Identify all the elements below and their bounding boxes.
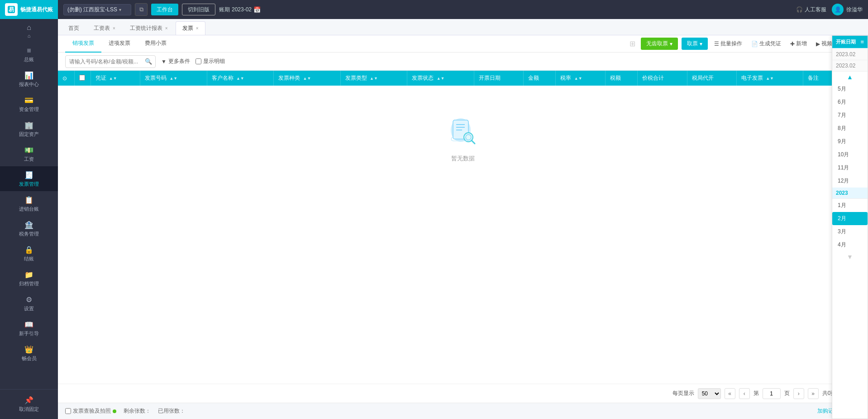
sidebar-item-ledger[interactable]: ≡ 总账 [0, 42, 58, 67]
batch-ops-btn[interactable]: ☰ 批量操作 [711, 38, 745, 49]
months-2023-container: 1月2月3月4月 [832, 199, 868, 251]
date-item-2022-11月[interactable]: 11月 [832, 161, 868, 174]
tab-home[interactable]: 首页 [62, 21, 86, 35]
copy-button[interactable]: ⧉ [135, 3, 148, 16]
ledger-icon: ≡ [27, 47, 31, 55]
customer-service-btn[interactable]: 🎧 人工客服 [796, 6, 826, 14]
empty-illustration [445, 113, 481, 149]
sidebar-item-member[interactable]: 👑 畅会员 [0, 341, 58, 366]
tab-salary-stats-close[interactable]: × [165, 26, 168, 31]
date-item-2023-2月[interactable]: 2月 [832, 212, 868, 225]
sidebar-item-archive[interactable]: 📁 归档管理 [0, 266, 58, 291]
sidebar-bottom: 📌 取消固定 [0, 389, 58, 419]
svg-text:易: 易 [9, 6, 14, 13]
th-tax-rate[interactable]: 税率 ▲▼ [556, 71, 606, 86]
sidebar-item-salary[interactable]: 💵 工资 [0, 141, 58, 166]
show-detail-checkbox[interactable] [196, 58, 201, 64]
no-invoice-dropdown-icon: ▾ [670, 41, 672, 47]
sidebar-item-guide[interactable]: 📖 新手引导 [0, 316, 58, 341]
sub-tab-purchase-invoice[interactable]: 进项发票 [101, 35, 138, 53]
th-checkbox[interactable] [74, 71, 91, 86]
page-input[interactable] [763, 388, 781, 399]
first-page-btn[interactable]: « [725, 388, 735, 399]
date-item-2023-4月[interactable]: 4月 [832, 238, 868, 251]
tab-salary-stats[interactable]: 工资统计报表 × [123, 21, 175, 35]
th-open-date: 开票日期 [474, 71, 523, 86]
th-invoice-type[interactable]: 发票种类 ▲▼ [274, 71, 341, 86]
per-page-select[interactable]: 50 10 20 100 [698, 388, 721, 399]
no-invoice-btn[interactable]: 无齿取票 ▾ [641, 38, 678, 50]
date-panel-settings-icon[interactable]: ≡ [860, 39, 864, 45]
sub-tab-expense-label: 费用小票 [145, 39, 167, 47]
date-item-2022-10月[interactable]: 10月 [832, 148, 868, 161]
period-value: 2023-02 [232, 6, 252, 13]
date-item-2022-8月[interactable]: 8月 [832, 122, 868, 135]
th-icon-symbol: ⊙ [62, 75, 67, 82]
th-icon: ⊙ [58, 71, 74, 86]
new-btn[interactable]: ✚ 新增 [787, 38, 810, 49]
sidebar-item-reports[interactable]: 📊 报表中心 [0, 67, 58, 92]
tab-invoice[interactable]: 发票 × [176, 21, 205, 35]
th-e-invoice[interactable]: 电子发票 ▲▼ [736, 71, 803, 86]
tabs-bar: 首页 工资表 × 工资统计报表 × 发票 × [58, 19, 868, 35]
sidebar-item-tax[interactable]: 🏦 税务管理 [0, 216, 58, 241]
avatar-icon: 👤 [835, 6, 841, 13]
empty-text: 暂无数据 [451, 154, 475, 163]
workspace-button[interactable]: 工作台 [151, 4, 178, 15]
prev-page-btn[interactable]: ‹ [739, 388, 750, 399]
gen-voucher-btn[interactable]: 📄 生成凭证 [749, 38, 784, 49]
sidebar-item-sales-ledger[interactable]: 📋 进销台账 [0, 191, 58, 216]
th-invoice-category[interactable]: 发票类型 ▲▼ [340, 71, 407, 86]
sidebar-item-home[interactable]: ⌂ ⌂ [0, 19, 58, 42]
video-icon: ▶ [816, 41, 820, 47]
period-label: 账期 [219, 6, 230, 14]
date-item-2023-1月[interactable]: 1月 [832, 199, 868, 212]
th-invoice-no[interactable]: 发票号码 ▲▼ [140, 71, 207, 86]
user-menu[interactable]: 👤 徐溢华 [832, 4, 863, 15]
empty-state: 暂无数据 [58, 86, 868, 190]
verify-label: 发票查验及拍照 [73, 407, 111, 415]
date-item-2023-3月[interactable]: 3月 [832, 225, 868, 238]
last-page-btn[interactable]: » [808, 388, 819, 399]
used-label: 已用张数： [158, 408, 185, 414]
th-customer[interactable]: 客户名称 ▲▼ [207, 71, 274, 86]
th-amount: 金额 [524, 71, 556, 86]
tab-salary[interactable]: 工资表 × [87, 21, 122, 35]
date-panel-arrow[interactable]: ▲ [832, 72, 868, 82]
sidebar-item-close-account[interactable]: 🔒 结账 [0, 241, 58, 266]
date-panel-bottom-arrow[interactable]: ▼ [832, 251, 868, 262]
sidebar-item-assets[interactable]: 🏢 固定资产 [0, 116, 58, 141]
invoice-mgmt-icon: 🧾 [24, 171, 33, 179]
get-invoice-btn[interactable]: 取票 ▾ [682, 38, 708, 50]
search-wrapper: 🔍 [65, 55, 156, 68]
date-item-2022-5月[interactable]: 5月 [832, 82, 868, 96]
show-detail-label: 显示明细 [203, 58, 225, 65]
select-all-checkbox[interactable] [79, 75, 85, 81]
more-conditions-btn[interactable]: ▼ 更多条件 [161, 58, 190, 65]
date-header-row-a: 2023.02 [832, 49, 868, 60]
search-input[interactable] [65, 55, 156, 68]
tab-home-label: 首页 [68, 24, 79, 32]
grid-view-icon[interactable]: ⊞ [628, 39, 637, 48]
next-page-btn[interactable]: › [793, 388, 804, 399]
tab-invoice-close[interactable]: × [196, 26, 199, 31]
action-toolbar: ⊞ 无齿取票 ▾ 取票 ▾ ☰ 批量操作 📄 生成凭证 [628, 35, 861, 52]
date-item-2022-12月[interactable]: 12月 [832, 174, 868, 188]
sidebar-item-unpin[interactable]: 📌 取消固定 [0, 393, 58, 415]
sidebar-item-settings[interactable]: ⚙ 设置 [0, 291, 58, 316]
company-selector[interactable]: (勿删) 江西股宝-LSS ▾ [63, 4, 131, 15]
sidebar-item-invoice-mgmt[interactable]: 🧾 发票管理 [0, 166, 58, 191]
switch-version-button[interactable]: 切到旧版 [182, 4, 215, 15]
th-invoice-status[interactable]: 发票状态 ▲▼ [407, 71, 474, 86]
tab-salary-close[interactable]: × [113, 26, 115, 31]
sub-tab-sales-invoice[interactable]: 销项发票 [65, 35, 101, 53]
sub-tab-expense-receipt[interactable]: 费用小票 [138, 35, 174, 53]
sidebar-item-capital[interactable]: 💳 资金管理 [0, 92, 58, 116]
date-item-2022-9月[interactable]: 9月 [832, 135, 868, 148]
show-detail-checkbox-wrap[interactable]: 显示明细 [196, 58, 225, 65]
date-item-2022-7月[interactable]: 7月 [832, 109, 868, 122]
date-item-2022-6月[interactable]: 6月 [832, 96, 868, 109]
get-invoice-dropdown-icon: ▾ [700, 41, 702, 47]
th-voucher[interactable]: 凭证 ▲▼ [91, 71, 140, 86]
verify-checkbox[interactable] [65, 408, 71, 414]
